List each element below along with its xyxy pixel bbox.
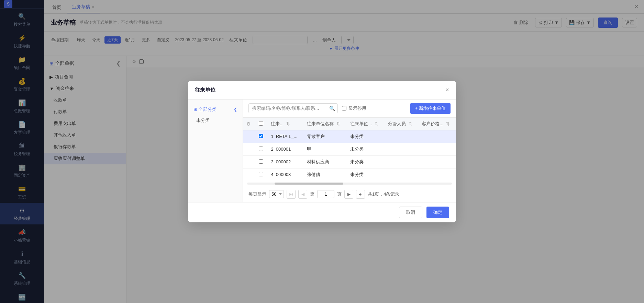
dialog-left-nav: ⊞ 全部分类 ❮ 未分类	[188, 100, 243, 202]
grid-small-icon: ⊞	[193, 107, 197, 112]
partner-search-input[interactable]	[248, 103, 338, 113]
dialog-nav-all-categories[interactable]: ⊞ 全部分类 ❮	[188, 104, 243, 115]
table-row[interactable]: 2 000001 甲 未分类	[243, 143, 456, 155]
row-price-level-cell	[418, 155, 456, 168]
show-disabled-checkbox[interactable]	[342, 106, 346, 110]
sort-icon: ⇅	[446, 121, 450, 126]
col-code[interactable]: 往来... ⇅	[267, 118, 303, 130]
confirm-button[interactable]: 确定	[426, 207, 449, 218]
col-price-level[interactable]: 客户价格... ⇅	[418, 118, 456, 130]
show-disabled-label[interactable]: 显示停用	[342, 105, 366, 112]
per-page-select[interactable]: 50	[269, 190, 284, 198]
row-code-cell: 3 000002	[267, 155, 303, 168]
row-salesperson-cell	[385, 130, 418, 143]
scrollbar-thumb	[275, 183, 343, 185]
row-price-level-cell	[418, 168, 456, 181]
table-row[interactable]: 3 000002 材料供应商 未分类	[243, 155, 456, 168]
table-row[interactable]: 4 000003 张倩倩 未分类	[243, 168, 456, 181]
col-checkbox	[255, 118, 268, 130]
col-settings: ⚙	[243, 118, 255, 130]
col-salesperson[interactable]: 分管人员 ⇅	[385, 118, 418, 130]
row-code-cell: 4 000003	[267, 168, 303, 181]
horizontal-scrollbar[interactable]	[247, 183, 452, 185]
cancel-button[interactable]: 取消	[399, 207, 422, 218]
search-wrapper: 🔍	[248, 103, 338, 113]
row-name-cell: 甲	[303, 143, 347, 155]
row-category-cell: 未分类	[347, 143, 385, 155]
table-select-all-checkbox[interactable]	[259, 121, 263, 126]
row-salesperson-cell	[385, 155, 418, 168]
next-page-button[interactable]: ▶	[344, 190, 353, 199]
row-name-cell: 材料供应商	[303, 155, 347, 168]
sort-icon: ⇅	[286, 121, 290, 126]
page-number-input[interactable]	[317, 190, 334, 198]
partner-table: ⚙ 往来... ⇅ 往来单位名称	[243, 118, 456, 181]
dialog-header: 往来单位 ×	[188, 81, 456, 100]
first-page-button[interactable]: ⏮	[287, 190, 296, 199]
row-checkbox[interactable]	[259, 159, 263, 164]
table-header-row: ⚙ 往来... ⇅ 往来单位名称	[243, 118, 456, 130]
search-icon: 🔍	[329, 106, 335, 111]
collapse-left-icon[interactable]: ❮	[234, 107, 237, 112]
dialog-actions: 取消 确定	[188, 202, 456, 222]
row-salesperson-cell	[385, 168, 418, 181]
dialog-nav-uncategorized[interactable]: 未分类	[188, 115, 243, 126]
dialog-close-button[interactable]: ×	[445, 86, 449, 94]
table-row[interactable]: 1 RETAIL_... 零散客户 未分类	[243, 130, 456, 143]
row-settings-cell	[243, 143, 255, 155]
row-settings-cell	[243, 130, 255, 143]
dialog-right-content: 🔍 显示停用 + 新增往来单位	[243, 100, 456, 202]
row-name-cell: 张倩倩	[303, 168, 347, 181]
col-category[interactable]: 往来单位... ⇅	[347, 118, 385, 130]
row-checkbox[interactable]	[259, 147, 263, 151]
row-checkbox-cell[interactable]	[255, 143, 268, 155]
dialog-pagination: 每页显示 50 ⏮ ◀ 第 页 ▶ ⏭ 共1页，4条记录	[243, 186, 456, 202]
row-price-level-cell	[418, 143, 456, 155]
prev-page-button[interactable]: ◀	[298, 190, 307, 199]
sort-icon: ⇅	[336, 121, 340, 126]
dialog-search-bar: 🔍 显示停用 + 新增往来单位	[243, 100, 456, 118]
table-settings-icon[interactable]: ⚙	[246, 121, 251, 127]
row-checkbox[interactable]	[259, 172, 263, 176]
row-checkbox-cell[interactable]	[255, 155, 268, 168]
last-page-button[interactable]: ⏭	[356, 190, 365, 199]
new-partner-button[interactable]: + 新增往来单位	[410, 103, 451, 114]
partner-dialog: 往来单位 × ⊞ 全部分类 ❮ 未分类	[188, 81, 456, 222]
row-price-level-cell	[418, 130, 456, 143]
row-code-cell: 2 000001	[267, 143, 303, 155]
dialog-body: ⊞ 全部分类 ❮ 未分类 🔍 显示停用	[188, 100, 456, 202]
sort-icon: ⇅	[409, 121, 412, 126]
row-name-cell: 零散客户	[303, 130, 347, 143]
row-settings-cell	[243, 155, 255, 168]
row-category-cell: 未分类	[347, 168, 385, 181]
row-category-cell: 未分类	[347, 130, 385, 143]
row-code-cell: 1 RETAIL_...	[267, 130, 303, 143]
dialog-overlay: 往来单位 × ⊞ 全部分类 ❮ 未分类	[0, 0, 644, 303]
row-checkbox[interactable]	[259, 134, 263, 138]
row-checkbox-cell[interactable]	[255, 130, 268, 143]
sort-icon: ⇅	[375, 121, 378, 126]
row-salesperson-cell	[385, 143, 418, 155]
row-settings-cell	[243, 168, 255, 181]
dialog-title: 往来单位	[195, 87, 215, 93]
dialog-table: ⚙ 往来... ⇅ 往来单位名称	[243, 118, 456, 186]
col-name[interactable]: 往来单位名称 ⇅	[303, 118, 347, 130]
row-category-cell: 未分类	[347, 155, 385, 168]
row-checkbox-cell[interactable]	[255, 168, 268, 181]
